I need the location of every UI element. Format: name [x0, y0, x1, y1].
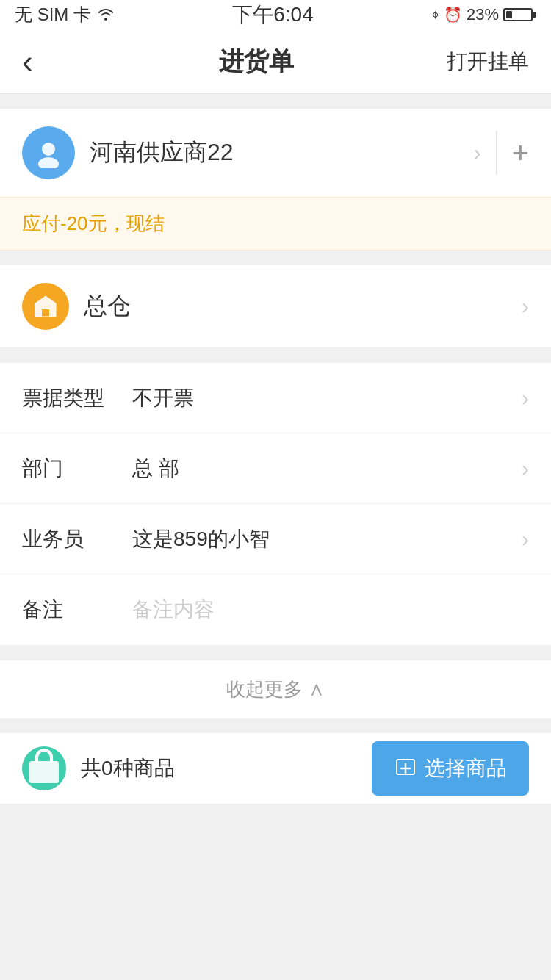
warehouse-row[interactable]: 总仓 › — [0, 265, 551, 348]
warning-banner: 应付-20元，现结 — [0, 197, 551, 251]
collapse-text: 收起更多 ∧ — [226, 677, 324, 702]
invoice-type-value: 不开票 — [110, 384, 522, 412]
warehouse-name: 总仓 — [84, 290, 522, 323]
salesperson-row[interactable]: 业务员 这是859的小智 › — [0, 504, 551, 574]
nav-bar: ‹ 进货单 打开挂单 — [0, 29, 551, 94]
department-label: 部门 — [22, 455, 110, 483]
invoice-type-row[interactable]: 票据类型 不开票 › — [0, 363, 551, 433]
warehouse-chevron-icon: › — [522, 294, 529, 319]
warning-text: 应付-20元，现结 — [22, 212, 165, 234]
status-time: 下午6:04 — [232, 1, 314, 29]
svg-rect-2 — [42, 309, 49, 317]
location-icon: ⌖ — [431, 7, 439, 24]
supplier-name: 河南供应商22 — [90, 137, 474, 169]
svg-rect-3 — [29, 761, 59, 783]
status-bar: 无 SIM 卡 下午6:04 ⌖ ⏰ 23% — [0, 0, 551, 29]
warehouse-section: 总仓 › — [0, 265, 551, 348]
remark-input[interactable]: 备注内容 — [110, 596, 529, 624]
page-background — [0, 804, 551, 980]
product-count: 共0种商品 — [81, 754, 372, 782]
alarm-icon: ⏰ — [444, 6, 462, 24]
wifi-icon — [97, 4, 115, 25]
collapse-row[interactable]: 收起更多 ∧ — [0, 660, 551, 718]
product-icon — [22, 746, 66, 790]
form-section: 票据类型 不开票 › 部门 总 部 › 业务员 这是859的小智 › 备注 备注… — [0, 363, 551, 645]
supplier-section: 河南供应商22 › + 应付-20元，现结 — [0, 109, 551, 251]
department-row[interactable]: 部门 总 部 › — [0, 433, 551, 504]
supplier-chevron-icon: › — [474, 140, 481, 165]
battery-percent: 23% — [467, 5, 499, 24]
salesperson-label: 业务员 — [22, 525, 110, 553]
section-gap-1 — [0, 94, 551, 109]
page-title: 进货单 — [219, 45, 294, 79]
salesperson-chevron-icon: › — [522, 527, 529, 552]
invoice-type-chevron-icon: › — [522, 386, 529, 411]
back-button[interactable]: ‹ — [22, 43, 66, 80]
supplier-avatar — [22, 126, 75, 179]
select-product-button[interactable]: 选择商品 — [372, 741, 529, 796]
salesperson-value: 这是859的小智 — [110, 525, 522, 553]
warehouse-icon — [22, 283, 69, 330]
department-value: 总 部 — [110, 455, 522, 483]
battery-icon — [503, 8, 536, 21]
status-right: ⌖ ⏰ 23% — [431, 5, 536, 24]
section-gap-2 — [0, 251, 551, 265]
svg-point-0 — [42, 143, 55, 156]
select-product-label: 选择商品 — [425, 754, 507, 782]
remark-row[interactable]: 备注 备注内容 — [0, 574, 551, 645]
supplier-row[interactable]: 河南供应商22 › + — [0, 109, 551, 197]
add-supplier-button[interactable]: + — [512, 137, 529, 170]
department-chevron-icon: › — [522, 456, 529, 481]
supplier-divider — [496, 131, 497, 175]
status-left: 无 SIM 卡 — [15, 3, 115, 26]
sim-status: 无 SIM 卡 — [15, 3, 91, 26]
remark-label: 备注 — [22, 596, 110, 624]
invoice-type-label: 票据类型 — [22, 384, 110, 412]
product-section: 共0种商品 选择商品 — [0, 733, 551, 804]
open-pending-button[interactable]: 打开挂单 — [447, 48, 529, 76]
svg-point-1 — [38, 157, 59, 168]
